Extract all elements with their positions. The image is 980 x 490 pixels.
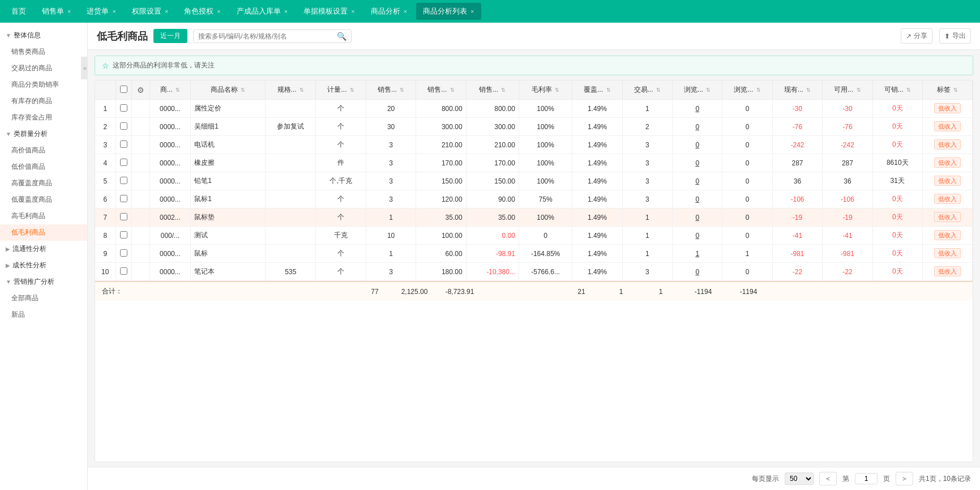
cell-browse1[interactable]: 0 (673, 172, 722, 190)
col-name[interactable]: 商品名称 ⇅ (191, 80, 266, 100)
cell-checkbox[interactable] (115, 172, 131, 190)
browse1-link[interactable]: 1 (695, 250, 699, 258)
row-checkbox[interactable] (120, 140, 127, 148)
search-icon[interactable]: 🔍 (337, 32, 346, 41)
cell-browse1[interactable]: 0 (673, 227, 722, 245)
cell-checkbox[interactable] (115, 263, 131, 281)
sidebar-item-low-value[interactable]: 低价值商品 (0, 159, 87, 175)
col-sales-profit[interactable]: 销售... ⇅ (466, 80, 519, 100)
sidebar-item-high-value[interactable]: 高价值商品 (0, 142, 87, 159)
nav-template-close[interactable]: × (351, 8, 354, 15)
nav-product-entry-close[interactable]: × (284, 8, 288, 15)
col-sales-qty[interactable]: 销售... ⇅ (366, 80, 416, 100)
nav-role[interactable]: 角色授权 × (177, 3, 227, 20)
browse1-link[interactable]: 0 (695, 123, 699, 131)
row-checkbox[interactable] (120, 249, 127, 257)
browse1-link[interactable]: 0 (695, 105, 699, 113)
sidebar-item-low-margin[interactable]: 低毛利商品 (0, 224, 87, 241)
sidebar-group-marketing[interactable]: ▼ 营销推广分析 (0, 274, 87, 290)
row-checkbox[interactable] (120, 213, 127, 220)
date-filter-button[interactable]: 近一月 (153, 29, 187, 43)
cell-browse1[interactable]: 0 (673, 118, 722, 136)
cell-checkbox[interactable] (115, 118, 131, 136)
per-page-select[interactable]: 50 100 (785, 472, 814, 485)
col-unit[interactable]: 计量... ⇅ (316, 80, 366, 100)
cell-checkbox[interactable] (115, 100, 131, 118)
cell-browse1[interactable]: 0 (673, 136, 722, 154)
sidebar-item-high-coverage[interactable]: 高覆盖度商品 (0, 175, 87, 191)
cell-browse1[interactable]: 0 (673, 154, 722, 172)
sidebar-item-inventory-capital[interactable]: 库存资金占用 (0, 109, 87, 126)
browse1-link[interactable]: 0 (695, 177, 699, 185)
row-checkbox[interactable] (120, 122, 127, 130)
row-checkbox[interactable] (120, 267, 127, 275)
sidebar-group-cluster[interactable]: ▼ 类群量分析 (0, 126, 87, 142)
col-browse1[interactable]: 浏览... ⇅ (673, 80, 722, 100)
col-transaction[interactable]: 交易... ⇅ (622, 80, 672, 100)
nav-permission[interactable]: 权限设置 × (125, 3, 175, 20)
nav-product-analysis-list[interactable]: 商品分析列表 × (416, 3, 481, 20)
export-button[interactable]: ⬆ 导出 (939, 28, 971, 44)
col-sellable[interactable]: 可销... ⇅ (872, 80, 922, 100)
nav-home[interactable]: 首页 (5, 3, 33, 20)
sidebar-item-all-products[interactable]: 全部商品 (0, 290, 87, 306)
sidebar-group-overall[interactable]: ▼ 整体信息 (0, 27, 87, 44)
browse1-link[interactable]: 0 (695, 268, 699, 276)
sidebar-item-new-products[interactable]: 新品 (0, 306, 87, 323)
cell-browse1[interactable]: 0 (673, 208, 722, 227)
nav-product-analysis-close[interactable]: × (404, 8, 407, 15)
search-input[interactable] (198, 32, 333, 40)
cell-checkbox[interactable] (115, 190, 131, 208)
select-all-checkbox[interactable] (120, 86, 127, 93)
share-button[interactable]: ↗ 分享 (901, 28, 932, 44)
sidebar-item-sales-products[interactable]: 销售类商品 (0, 44, 87, 60)
cell-browse1[interactable]: 0 (673, 190, 722, 208)
nav-sales-close[interactable]: × (67, 8, 71, 15)
row-checkbox[interactable] (120, 231, 127, 238)
sidebar-item-high-margin[interactable]: 高毛利商品 (0, 208, 87, 224)
col-sales-price[interactable]: 销售... ⇅ (416, 80, 466, 100)
cell-checkbox[interactable] (115, 208, 131, 227)
browse1-link[interactable]: 0 (695, 195, 699, 203)
browse1-link[interactable]: 0 (695, 232, 699, 240)
nav-purchase[interactable]: 进货单 × (80, 3, 122, 20)
sidebar-group-circulation[interactable]: ▶ 流通性分析 (0, 241, 87, 257)
col-available[interactable]: 可用... ⇅ (823, 80, 872, 100)
col-spec[interactable]: 规格... ⇅ (266, 80, 316, 100)
col-coverage[interactable]: 覆盖... ⇅ (572, 80, 622, 100)
cell-browse1[interactable]: 1 (673, 245, 722, 263)
nav-product-analysis-list-close[interactable]: × (470, 8, 474, 15)
cell-checkbox[interactable] (115, 154, 131, 172)
nav-template[interactable]: 单据模板设置 × (297, 3, 361, 20)
sidebar-group-growth[interactable]: ▶ 成长性分析 (0, 257, 87, 274)
row-checkbox[interactable] (120, 104, 127, 112)
sidebar-collapse-btn[interactable]: « (81, 57, 88, 79)
sidebar-item-traded-products[interactable]: 交易过的商品 (0, 60, 87, 76)
nav-product-entry[interactable]: 产成品入库单 × (230, 3, 294, 20)
col-gross-rate[interactable]: 毛利率 ⇅ (519, 80, 572, 100)
cell-checkbox[interactable] (115, 136, 131, 154)
nav-sales[interactable]: 销售单 × (35, 3, 78, 20)
row-checkbox[interactable] (120, 195, 127, 202)
col-code[interactable]: 商... ⇅ (149, 80, 191, 100)
nav-product-analysis[interactable]: 商品分析 × (364, 3, 414, 20)
next-page-btn[interactable]: ＞ (896, 472, 913, 485)
browse1-link[interactable]: 0 (695, 214, 699, 221)
row-checkbox[interactable] (120, 159, 127, 166)
sidebar-item-category-rate[interactable]: 商品分类助销率 (0, 76, 87, 93)
sidebar-item-inventory-products[interactable]: 有库存的商品 (0, 93, 87, 109)
settings-icon[interactable]: ⚙ (137, 86, 144, 95)
browse1-link[interactable]: 0 (695, 159, 699, 167)
browse1-link[interactable]: 0 (695, 141, 699, 149)
col-current[interactable]: 现有... ⇅ (772, 80, 822, 100)
row-checkbox[interactable] (120, 177, 127, 184)
prev-page-btn[interactable]: ＜ (819, 472, 837, 485)
col-browse2[interactable]: 浏览... ⇅ (722, 80, 772, 100)
cell-browse1[interactable]: 0 (673, 100, 722, 118)
cell-checkbox[interactable] (115, 227, 131, 245)
cell-browse1[interactable]: 0 (673, 263, 722, 281)
nav-purchase-close[interactable]: × (112, 8, 115, 15)
nav-role-close[interactable]: × (217, 8, 220, 15)
col-tag[interactable]: 标签 ⇅ (922, 80, 972, 100)
sidebar-item-low-coverage[interactable]: 低覆盖度商品 (0, 191, 87, 208)
